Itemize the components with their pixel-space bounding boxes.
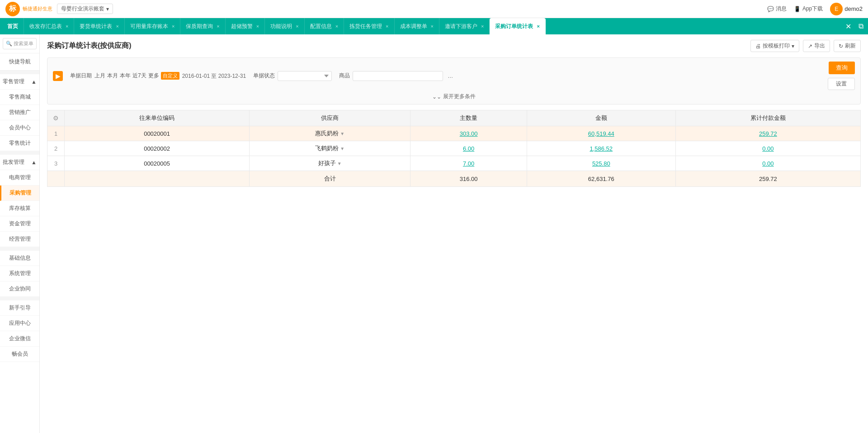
refresh-button[interactable]: ↻ 刷新 xyxy=(834,40,861,52)
sidebar-pifa-arrow-icon: ▲ xyxy=(31,159,37,166)
query-button[interactable]: 查询 xyxy=(829,62,855,74)
sidebar-item-yingyong-label: 应用中心 xyxy=(9,320,31,326)
sidebar-item-caigougl-label: 采购管理 xyxy=(9,190,31,196)
sidebar-item-xitong[interactable]: 系统管理 xyxy=(0,266,39,281)
sidebar-item-yingxiao[interactable]: 营销推广 xyxy=(0,105,39,120)
tab-keyongliang[interactable]: 可用量库存账本 × xyxy=(125,18,180,34)
sidebar-item-changhui[interactable]: 畅会员 xyxy=(0,347,39,362)
expand-conditions-button[interactable]: ⌄⌄ 展开更多条件 xyxy=(53,93,855,100)
row-paid[interactable]: 0.00 xyxy=(675,156,860,171)
sidebar-item-zijingl[interactable]: 资金管理 xyxy=(0,216,39,232)
nav-expand-btn[interactable]: ⧉ xyxy=(856,22,866,30)
sidebar-item-lingshouguan[interactable]: 零售管理 ▲ xyxy=(0,74,39,90)
sidebar-item-huiyuan[interactable]: 会员中心 xyxy=(0,120,39,136)
tab-keyongliang-close[interactable]: × xyxy=(172,24,175,29)
goods-input[interactable] xyxy=(353,71,443,81)
sidebar: 🔍 搜索菜单 快捷导航 零售管理 ▲ 零售商城 营销推广 会员中心 零售统计 xyxy=(0,34,40,433)
filter-toggle-button[interactable]: ▶ xyxy=(53,71,63,81)
shortcut-7days[interactable]: 近7天 xyxy=(132,72,146,80)
sidebar-item-pifagl[interactable]: 批发管理 ▲ xyxy=(0,155,39,170)
tab-chengben-label: 成本调整单 xyxy=(400,23,427,30)
tab-home-label: 首页 xyxy=(7,23,18,30)
table-row: 1 00020001 惠氏奶粉 ▼ 303.00 60,519.44 259.7… xyxy=(47,126,861,141)
gear-icon[interactable]: ⚙ xyxy=(53,114,59,122)
print-button[interactable]: 🖨 按模板打印 ▾ xyxy=(750,40,799,52)
workspace-selector[interactable]: 母婴行业演示账套 ▾ xyxy=(57,4,113,14)
tab-home[interactable]: 首页 xyxy=(2,18,24,34)
app-download-action[interactable]: 📱 App下载 xyxy=(794,5,823,13)
title-actions: 🖨 按模板打印 ▾ ↗ 导出 ↻ 刷新 xyxy=(750,40,861,52)
shortcut-this-year[interactable]: 本年 xyxy=(120,72,131,80)
sidebar-item-huiyuan-label: 会员中心 xyxy=(9,124,31,131)
date-filter-label: 单据日期 xyxy=(70,72,92,80)
logo-char: 标 xyxy=(9,4,16,14)
sidebar-item-qiye[interactable]: 企业协同 xyxy=(0,281,39,297)
sidebar-item-xinshou[interactable]: 新手引导 xyxy=(0,300,39,316)
filter-row-main: ▶ 单据日期 上月 本月 本年 近7天 更多 自定义 xyxy=(53,62,855,90)
message-label: 消息 xyxy=(776,5,787,13)
sidebar-item-jingying[interactable]: 经营管理 xyxy=(0,232,39,247)
tab-yaoqing[interactable]: 邀请下游客户 × xyxy=(439,18,490,34)
sidebar-item-lingshougc[interactable]: 零售商城 xyxy=(0,90,39,105)
col-supplier-header: 供应商 xyxy=(250,110,410,126)
goods-more-icon[interactable]: … xyxy=(448,73,453,79)
user-area[interactable]: E demo2 xyxy=(830,3,863,15)
footer-quantity: 316.00 xyxy=(410,171,527,187)
tab-shoufahui[interactable]: 收发存汇总表 × xyxy=(24,18,74,34)
nav-close-btn[interactable]: ✕ xyxy=(843,22,854,31)
print-dropdown-icon: ▾ xyxy=(792,43,794,49)
shortcut-more[interactable]: 更多 xyxy=(148,72,159,80)
row-quantity[interactable]: 6.00 xyxy=(410,141,527,156)
row-paid[interactable]: 259.72 xyxy=(675,126,860,141)
sidebar-item-dianshang[interactable]: 电商管理 xyxy=(0,170,39,186)
footer-empty-2 xyxy=(65,171,250,187)
sidebar-item-changhui-label: 畅会员 xyxy=(12,351,28,357)
page-title: 采购订单统计表(按供应商) xyxy=(47,41,132,51)
sidebar-item-caigougl[interactable]: 采购管理 xyxy=(0,186,39,201)
tab-tuohuo[interactable]: 拣货任务管理 × xyxy=(344,18,394,34)
tab-chengben[interactable]: 成本调整单 × xyxy=(395,18,439,34)
row-paid[interactable]: 0.00 xyxy=(675,141,860,156)
sidebar-item-qiyewx[interactable]: 企业微信 xyxy=(0,331,39,347)
page-content: 采购订单统计表(按供应商) 🖨 按模板打印 ▾ ↗ 导出 ↻ 刷新 xyxy=(40,34,868,433)
col-gear: ⚙ xyxy=(47,110,65,126)
tab-peizhi[interactable]: 配置信息 × xyxy=(305,18,344,34)
tab-yaohuo-close[interactable]: × xyxy=(116,24,118,29)
message-action[interactable]: 💬 消息 xyxy=(767,5,787,13)
row-amount[interactable]: 60,519.44 xyxy=(527,126,675,141)
quick-nav-section: 快捷导航 xyxy=(0,53,39,71)
sidebar-item-lingshoutj[interactable]: 零售统计 xyxy=(0,136,39,151)
tab-yaoqing-close[interactable]: × xyxy=(481,24,484,29)
tab-baochan[interactable]: 保质期查询 × xyxy=(180,18,225,34)
tab-chengben-close[interactable]: × xyxy=(431,24,434,29)
tab-shoufahui-close[interactable]: × xyxy=(66,24,68,29)
tab-baochan-label: 保质期查询 xyxy=(186,23,213,30)
footer-empty-1 xyxy=(47,171,65,187)
tab-caigou-close[interactable]: × xyxy=(537,24,539,29)
search-menu-button[interactable]: 🔍 搜索菜单 xyxy=(3,38,37,49)
tab-baochan-close[interactable]: × xyxy=(217,24,219,29)
status-select[interactable] xyxy=(278,71,332,81)
export-button[interactable]: ↗ 导出 xyxy=(803,40,830,52)
sidebar-item-kucunhj[interactable]: 库存核算 xyxy=(0,201,39,216)
tab-gongneng[interactable]: 功能说明 × xyxy=(265,18,304,34)
row-amount[interactable]: 525.80 xyxy=(527,156,675,171)
row-quantity[interactable]: 7.00 xyxy=(410,156,527,171)
tab-tuohuo-close[interactable]: × xyxy=(386,24,388,29)
row-amount[interactable]: 1,586.52 xyxy=(527,141,675,156)
refresh-label: 刷新 xyxy=(845,42,856,50)
tab-yaohuo[interactable]: 要货单统计表 × xyxy=(74,18,124,34)
tab-gongneng-close[interactable]: × xyxy=(296,24,298,29)
sidebar-item-jichu[interactable]: 基础信息 xyxy=(0,251,39,266)
tab-chaochuyu-close[interactable]: × xyxy=(256,24,259,29)
quick-nav-button[interactable]: 快捷导航 xyxy=(2,56,38,67)
tab-peizhi-close[interactable]: × xyxy=(335,24,338,29)
tab-caigou[interactable]: 采购订单统计表 × xyxy=(490,18,545,34)
sidebar-item-yingyong[interactable]: 应用中心 xyxy=(0,316,39,331)
shortcut-last-month[interactable]: 上月 xyxy=(94,72,105,80)
tab-chaochuyu[interactable]: 超储预警 × xyxy=(226,18,265,34)
shortcut-this-month[interactable]: 本月 xyxy=(107,72,118,80)
row-quantity[interactable]: 303.00 xyxy=(410,126,527,141)
row-index: 1 xyxy=(47,126,65,141)
settings-button[interactable]: 设置 xyxy=(828,78,855,90)
